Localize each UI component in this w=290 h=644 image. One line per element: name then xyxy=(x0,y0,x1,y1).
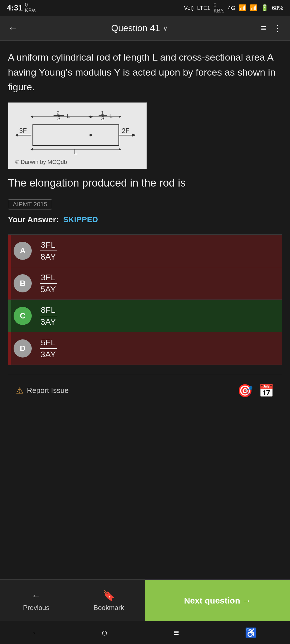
option-d-bar xyxy=(8,332,11,365)
your-answer-label: Your Answer: xyxy=(8,215,59,224)
next-label: Next question → xyxy=(184,596,251,606)
status-bar: 4:31 0KB/s Vol) LTE1 0KB/s 4G 📶 📶 🔋 68% xyxy=(0,0,290,16)
sys-menu-icon: ≡ xyxy=(174,628,179,638)
exam-tag: AIPMT 2015 xyxy=(8,199,52,209)
status-icons: Vol) LTE1 0KB/s 4G 📶 📶 🔋 68% xyxy=(184,2,283,14)
network-label: LTE1 xyxy=(197,5,210,11)
kb-label2: 0KB/s xyxy=(214,2,224,14)
question-title: Question 41 ∨ xyxy=(111,23,168,33)
diagram-caption: © Darwin by MCQdb xyxy=(15,159,140,165)
list-menu-button[interactable]: ≡ xyxy=(261,23,266,33)
lte-icon: Vol) xyxy=(184,5,193,11)
svg-text:3F: 3F xyxy=(19,127,27,134)
option-d-badge: D xyxy=(14,339,32,358)
bookmark-label: Bookmark xyxy=(93,604,124,612)
status-kb: 0KB/s xyxy=(25,2,36,14)
report-issue-row[interactable]: ⚠ Report Issue xyxy=(16,386,69,395)
battery-label: 68% xyxy=(272,5,283,11)
diagram-container: 2 3 L 1 3 L 3F 2F L © Darw xyxy=(8,102,147,169)
home-icon: ○ xyxy=(101,627,108,639)
main-content: A uniform cylindrical rod of length L an… xyxy=(0,41,290,407)
network-4g: 4G xyxy=(228,5,235,11)
svg-text:L: L xyxy=(109,113,113,119)
diagram-svg: 2 3 L 1 3 L 3F 2F L xyxy=(15,108,140,156)
calendar-icon[interactable]: 📅 xyxy=(259,383,274,398)
prev-icon: ← xyxy=(31,590,41,602)
option-a-bar xyxy=(8,235,11,267)
system-menu-button[interactable]: ≡ xyxy=(174,628,179,638)
svg-marker-5 xyxy=(119,115,121,118)
next-question-button[interactable]: Next question → xyxy=(145,580,290,621)
svg-text:2F: 2F xyxy=(122,127,129,134)
option-b-row[interactable]: B 3FL 5AY xyxy=(8,267,282,299)
your-answer-value: SKIPPED xyxy=(63,215,98,224)
signal-icon2: 📶 xyxy=(250,4,257,12)
signal-icon: 📶 xyxy=(239,4,246,12)
elongation-text: The elongation produced in the rod is xyxy=(8,177,282,189)
svg-marker-6 xyxy=(88,115,91,118)
option-c-badge: C xyxy=(14,307,32,325)
svg-marker-19 xyxy=(132,134,136,136)
svg-text:L: L xyxy=(67,113,70,119)
option-a-fraction: 3FL 8AY xyxy=(40,240,57,262)
accessibility-button[interactable]: ♿ xyxy=(245,627,257,638)
accessibility-icon: ♿ xyxy=(245,627,257,638)
option-a-badge: A xyxy=(14,242,32,260)
status-time: 4:31 xyxy=(7,3,23,12)
option-b-fraction: 3FL 5AY xyxy=(40,272,57,294)
svg-text:3: 3 xyxy=(101,115,105,121)
battery-icon: 🔋 xyxy=(261,4,268,12)
system-nav-bar: < ○ ≡ ♿ xyxy=(0,621,290,644)
svg-marker-24 xyxy=(119,148,121,150)
previous-button[interactable]: ← Previous xyxy=(0,580,72,621)
option-a-row[interactable]: A 3FL 8AY xyxy=(8,234,282,267)
your-answer-row: Your Answer: SKIPPED xyxy=(8,215,282,224)
nav-icons: ≡ ⋮ xyxy=(261,23,282,34)
system-back-button[interactable]: < xyxy=(33,631,35,635)
svg-text:L: L xyxy=(74,148,78,156)
question-text: A uniform cylindrical rod of length L an… xyxy=(8,50,282,95)
tag-row: AIPMT 2015 xyxy=(8,199,282,209)
svg-rect-0 xyxy=(33,125,119,146)
bookmark-icon: 🔖 xyxy=(103,590,115,602)
option-c-bar xyxy=(8,300,11,332)
prev-label: Previous xyxy=(23,604,49,612)
timer-icon[interactable]: 🎯 xyxy=(237,383,253,398)
svg-marker-23 xyxy=(30,148,33,150)
option-c-row[interactable]: C 8FL 3AY xyxy=(8,299,282,332)
nav-footer: ← Previous 🔖 Bookmark Next question → xyxy=(0,579,290,621)
option-b-bar xyxy=(8,267,11,299)
warning-icon: ⚠ xyxy=(16,386,24,395)
bookmark-button[interactable]: 🔖 Bookmark xyxy=(72,580,145,621)
option-d-row[interactable]: D 5FL 3AY xyxy=(8,332,282,365)
option-b-badge: B xyxy=(14,274,32,292)
svg-marker-2 xyxy=(30,115,33,118)
options-list: A 3FL 8AY B 3FL 5AY xyxy=(8,234,282,365)
bottom-actions: ⚠ Report Issue 🎯 📅 xyxy=(8,374,282,407)
back-button[interactable]: ← xyxy=(8,22,18,34)
system-home-button[interactable]: ○ xyxy=(101,627,108,639)
svg-point-21 xyxy=(89,134,92,136)
svg-marker-16 xyxy=(15,134,18,136)
bottom-right-icons: 🎯 📅 xyxy=(237,383,274,398)
svg-text:3: 3 xyxy=(57,115,61,121)
title-chevron[interactable]: ∨ xyxy=(163,24,168,32)
top-nav-bar: ← Question 41 ∨ ≡ ⋮ xyxy=(0,16,290,41)
report-issue-label: Report Issue xyxy=(27,386,69,395)
option-d-fraction: 5FL 3AY xyxy=(40,337,57,360)
more-options-button[interactable]: ⋮ xyxy=(273,23,282,34)
option-c-fraction: 8FL 3AY xyxy=(40,305,57,327)
